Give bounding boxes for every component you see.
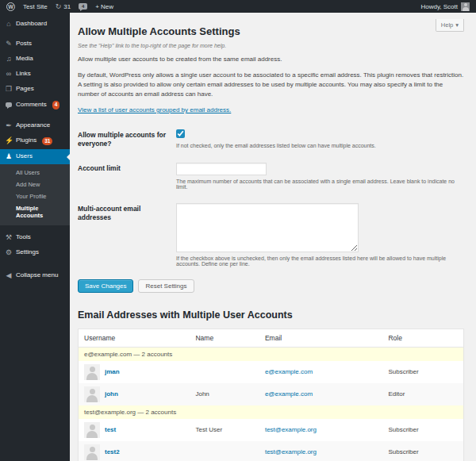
- save-changes-button[interactable]: Save Changes: [78, 279, 133, 293]
- help-button[interactable]: Help ▾: [436, 19, 464, 32]
- sidebar-item-label: Users: [16, 153, 33, 160]
- username-link[interactable]: test2: [105, 448, 120, 455]
- settings-form: Allow multiple accounts for everyone? If…: [78, 129, 464, 267]
- role-cell: Editor: [382, 383, 463, 405]
- comments-indicator[interactable]: 4: [79, 3, 87, 10]
- table-row: test Test User test@example.org Subscrib…: [79, 419, 464, 441]
- plugins-update-badge: 31: [42, 137, 52, 146]
- collapse-icon: ◀: [5, 272, 13, 279]
- sidebar-subitem-add-new[interactable]: Add New: [0, 179, 70, 190]
- col-header-email: Email: [259, 328, 383, 347]
- avatar: [84, 364, 100, 380]
- email-group-row: test@example.org — 2 accounts: [79, 405, 464, 419]
- media-icon: ♫: [5, 56, 13, 63]
- sidebar-item-appearance[interactable]: ✒ Appearance: [0, 118, 70, 133]
- new-content-button[interactable]: + New: [95, 3, 113, 10]
- avatar: [84, 386, 100, 402]
- table-row: john John e@example.com Editor: [79, 383, 464, 405]
- comments-icon: [5, 102, 13, 109]
- sidebar-item-label: Links: [16, 71, 31, 78]
- main-content: Allow Multiple Accounts Settings Help ▾ …: [70, 13, 476, 461]
- sidebar-item-settings[interactable]: ⚙ Settings: [0, 245, 70, 260]
- reset-settings-button[interactable]: Reset Settings: [138, 279, 194, 293]
- howdy-label: Howdy, Scott: [420, 3, 458, 10]
- updates-count: 31: [63, 3, 71, 10]
- sidebar-item-label: Plugins: [16, 137, 36, 144]
- links-icon: ∞: [5, 71, 13, 78]
- email-link[interactable]: test@example.org: [265, 448, 317, 455]
- email-group-label: test@example.org — 2 accounts: [79, 405, 464, 419]
- allow-everyone-description: If not checked, only the email addresses…: [176, 143, 464, 148]
- site-name-label: Test Site: [23, 3, 48, 10]
- account-limit-input[interactable]: [176, 163, 267, 175]
- help-note: See the "Help" link to the top-right of …: [78, 43, 464, 48]
- comments-count-badge: 4: [52, 101, 60, 109]
- users-submenu: All Users Add New Your Profile Multiple …: [0, 164, 70, 225]
- sidebar-item-label: Dashboard: [16, 21, 47, 28]
- intro-paragraph: Allow multiple user accounts to be creat…: [78, 55, 464, 64]
- avatar: [84, 444, 100, 460]
- name-cell: [190, 361, 259, 383]
- username-link[interactable]: john: [105, 390, 118, 398]
- role-cell: Subscriber: [382, 419, 463, 441]
- name-cell: [190, 441, 259, 461]
- settings-icon: ⚙: [5, 249, 13, 256]
- sidebar-item-label: Settings: [16, 249, 39, 256]
- sidebar-item-plugins[interactable]: ⚡ Plugins 31: [0, 133, 70, 150]
- page-title: Allow Multiple Accounts Settings: [78, 19, 240, 37]
- view-accounts-link[interactable]: View a list of user accounts grouped by …: [78, 106, 231, 113]
- account-menu[interactable]: Howdy, Scott: [420, 3, 458, 10]
- table-row: jman e@example.com Subscriber: [79, 361, 464, 383]
- sidebar-item-dashboard[interactable]: ⌂ Dashboard: [0, 17, 70, 32]
- allow-everyone-label: Allow multiple accounts for everyone?: [78, 129, 176, 149]
- username-link[interactable]: jman: [105, 368, 120, 375]
- site-name-link[interactable]: Test Site: [23, 3, 48, 10]
- sidebar-item-links[interactable]: ∞ Links: [0, 67, 70, 82]
- name-cell: John: [190, 383, 259, 405]
- help-label: Help: [441, 21, 453, 29]
- sidebar-subitem-all-users[interactable]: All Users: [0, 167, 70, 179]
- email-addresses-label: Multi-account email addresses: [78, 203, 176, 267]
- col-header-role: Role: [382, 328, 463, 347]
- wordpress-logo[interactable]: W: [6, 2, 15, 11]
- plugin-description: By default, WordPress only allows a sing…: [78, 71, 464, 99]
- accounts-table: Username Name Email Role e@example.com —…: [78, 328, 464, 461]
- comments-icon: 4: [79, 3, 87, 10]
- sidebar-item-label: Pages: [16, 86, 34, 93]
- posts-icon: ✎: [5, 40, 13, 48]
- col-header-username: Username: [79, 328, 190, 347]
- updates-indicator[interactable]: ↻ 31: [56, 3, 71, 10]
- admin-bar: W Test Site ↻ 31 4 + New Howdy, Scott: [0, 0, 476, 13]
- avatar: [84, 422, 100, 438]
- collapse-menu-button[interactable]: ◀ Collapse menu: [0, 268, 70, 283]
- user-avatar[interactable]: [461, 2, 470, 11]
- sidebar-item-users[interactable]: ♟ Users: [0, 149, 70, 164]
- wordpress-logo-icon: W: [6, 2, 15, 11]
- sidebar-item-tools[interactable]: ⚒ Tools: [0, 230, 70, 245]
- sidebar-subitem-multiple-accounts[interactable]: Multiple Accounts: [0, 202, 70, 221]
- plugins-icon: ⚡: [5, 137, 13, 144]
- email-link[interactable]: e@example.com: [265, 390, 313, 398]
- sidebar-item-label: Comments: [16, 102, 47, 109]
- appearance-icon: ✒: [5, 122, 13, 129]
- sidebar-item-label: Media: [16, 56, 33, 63]
- sidebar-item-comments[interactable]: Comments 4: [0, 97, 70, 113]
- sidebar-item-pages[interactable]: ❐ Pages: [0, 82, 70, 97]
- email-link[interactable]: test@example.org: [265, 426, 317, 433]
- sidebar-subitem-your-profile[interactable]: Your Profile: [0, 190, 70, 202]
- table-row: test2 test@example.org Subscriber: [79, 441, 464, 461]
- sidebar-item-media[interactable]: ♫ Media: [0, 52, 70, 67]
- account-limit-description: The maximum number of accounts that can …: [176, 179, 464, 190]
- sidebar-item-label: Posts: [16, 40, 32, 48]
- username-link[interactable]: test: [105, 426, 116, 433]
- email-addresses-textarea[interactable]: [176, 203, 359, 252]
- email-addresses-description: If the checkbox above is unchecked, then…: [176, 255, 464, 267]
- email-link[interactable]: e@example.com: [265, 368, 313, 375]
- sidebar-item-posts[interactable]: ✎ Posts: [0, 36, 70, 52]
- email-group-label: e@example.com — 2 accounts: [79, 347, 464, 361]
- email-group-row: e@example.com — 2 accounts: [79, 347, 464, 361]
- dashboard-icon: ⌂: [5, 21, 13, 28]
- allow-everyone-checkbox[interactable]: [176, 129, 185, 138]
- sidebar-item-label: Appearance: [16, 122, 50, 129]
- role-cell: Subscriber: [382, 441, 463, 461]
